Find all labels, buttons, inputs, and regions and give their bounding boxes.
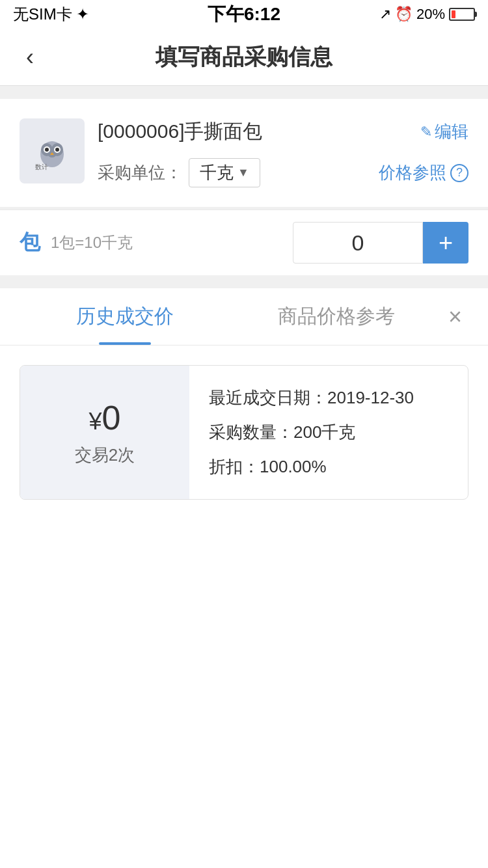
- history-price-display: ¥0: [89, 398, 121, 437]
- product-header: 数计 [0000006]手撕面包 ✎ 编辑 采购单位： 千克 ▼: [20, 118, 468, 187]
- product-thumbnail: 数计: [20, 118, 85, 183]
- svg-point-6: [55, 148, 59, 152]
- edit-label: 编辑: [435, 120, 468, 143]
- product-name-row: [0000006]手撕面包 ✎ 编辑: [98, 118, 468, 145]
- tab-price-ref-label: 商品价格参考: [278, 303, 395, 330]
- history-price-panel: ¥0 交易2次: [20, 366, 189, 499]
- quantity-plus-button[interactable]: +: [423, 222, 468, 264]
- edit-icon: ✎: [420, 124, 432, 141]
- tabs-header: 历史成交价 商品价格参考 ×: [0, 288, 488, 346]
- quantity-section: 包 1包=10千克 +: [0, 210, 488, 275]
- location-icon: ↗: [379, 6, 391, 23]
- recent-date-value: 2019-12-30: [327, 388, 414, 407]
- unit-group: 采购单位： 千克 ▼: [98, 158, 260, 187]
- svg-point-5: [45, 148, 49, 152]
- product-info: [0000006]手撕面包 ✎ 编辑 采购单位： 千克 ▼ 价格参照 ?: [98, 118, 468, 187]
- svg-text:数计: 数计: [35, 163, 48, 170]
- history-price-value: 0: [102, 399, 121, 437]
- product-full-name: [0000006]手撕面包: [98, 118, 262, 145]
- bag-label: 包: [20, 228, 40, 257]
- purchase-qty-label: 采购数量：: [209, 422, 293, 442]
- history-trades-count: 交易2次: [75, 444, 135, 467]
- discount-label: 折扣：: [209, 457, 260, 476]
- edit-button[interactable]: ✎ 编辑: [420, 120, 468, 143]
- battery-icon: [449, 8, 475, 21]
- nav-bar: ‹ 填写商品采购信息: [0, 29, 488, 86]
- status-time: 下午6:12: [208, 2, 280, 27]
- bag-conversion: 1包=10千克: [51, 232, 133, 253]
- owl-icon: 数计: [33, 131, 72, 170]
- quantity-label-group: 包 1包=10千克: [20, 228, 133, 257]
- quantity-input[interactable]: [293, 222, 423, 264]
- help-icon: ?: [450, 164, 468, 182]
- history-details-panel: 最近成交日期：2019-12-30 采购数量：200千克 折扣：100.00%: [189, 366, 468, 499]
- status-right: ↗ ⏰ 20%: [379, 6, 475, 23]
- discount-value: 100.00%: [260, 457, 327, 476]
- dropdown-arrow-icon: ▼: [237, 166, 249, 180]
- recent-date-label: 最近成交日期：: [209, 388, 327, 407]
- purchase-qty-row: 采购数量：200千克: [209, 420, 448, 445]
- product-unit-row: 采购单位： 千克 ▼ 价格参照 ?: [98, 158, 468, 187]
- status-left: 无SIM卡 ✦: [13, 4, 89, 25]
- tab-price-reference[interactable]: 商品价格参考: [230, 288, 441, 345]
- discount-row: 折扣：100.00%: [209, 454, 448, 480]
- unit-label: 采购单位：: [98, 161, 182, 184]
- tab-history-label: 历史成交价: [76, 303, 174, 330]
- currency-symbol: ¥: [89, 408, 102, 435]
- purchase-qty-value: 200千克: [293, 422, 355, 442]
- product-card: 数计 [0000006]手撕面包 ✎ 编辑 采购单位： 千克 ▼: [0, 99, 488, 207]
- back-button[interactable]: ‹: [20, 37, 40, 77]
- battery-percent: 20%: [416, 6, 445, 23]
- tabs-section: 历史成交价 商品价格参考 × ¥0 交易2次 最近成交日期：2019-12-30…: [0, 288, 488, 519]
- unit-select-dropdown[interactable]: 千克 ▼: [189, 158, 260, 187]
- quantity-row: 包 1包=10千克 +: [20, 210, 468, 275]
- recent-date-row: 最近成交日期：2019-12-30: [209, 385, 448, 411]
- unit-value: 千克: [200, 161, 234, 184]
- price-reference-button[interactable]: 价格参照 ?: [379, 161, 468, 184]
- page-title: 填写商品采购信息: [156, 42, 332, 72]
- history-content: ¥0 交易2次 最近成交日期：2019-12-30 采购数量：200千克 折扣：…: [0, 346, 488, 519]
- quantity-input-group: +: [293, 222, 468, 264]
- history-card: ¥0 交易2次 最近成交日期：2019-12-30 采购数量：200千克 折扣：…: [20, 365, 468, 500]
- alarm-icon: ⏰: [395, 6, 413, 23]
- tabs-close-button[interactable]: ×: [442, 297, 468, 337]
- status-bar: 无SIM卡 ✦ 下午6:12 ↗ ⏰ 20%: [0, 0, 488, 29]
- price-ref-label: 价格参照: [379, 161, 446, 184]
- carrier-text: 无SIM卡 ✦: [13, 4, 89, 25]
- tab-history-price[interactable]: 历史成交价: [20, 288, 230, 345]
- bottom-fill: [0, 519, 488, 868]
